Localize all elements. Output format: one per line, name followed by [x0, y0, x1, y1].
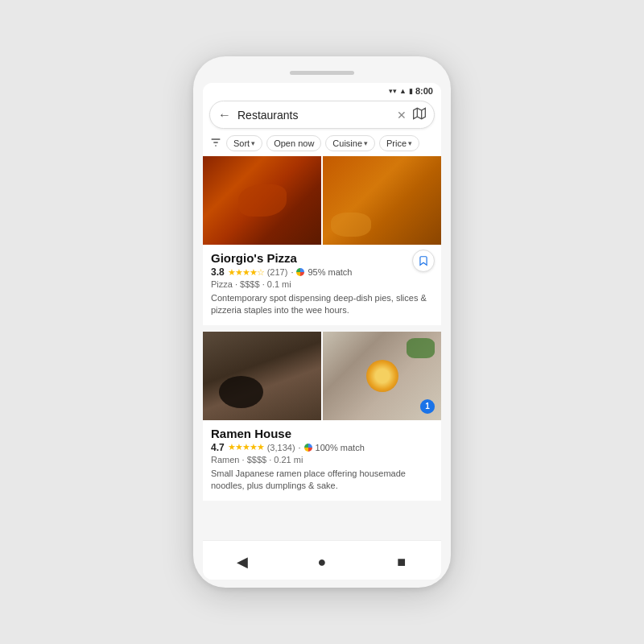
- sort-chevron: ▾: [251, 139, 255, 147]
- google-match-dot-1: [304, 444, 312, 452]
- phone-frame: ▾▾ ▲ ▮ 8:00 ← Restaurants ✕: [193, 56, 451, 588]
- restaurant-image-right-1: 1: [323, 332, 441, 420]
- match-pct-0: 95% match: [308, 267, 352, 277]
- price-1: $$$$: [247, 455, 266, 464]
- back-button[interactable]: ←: [218, 108, 231, 122]
- search-query: Restaurants: [237, 109, 397, 122]
- search-bar[interactable]: ← Restaurants ✕: [209, 101, 435, 129]
- meta-row-0: Pizza · $$$$ · 0.1 mi: [211, 279, 433, 289]
- status-icons: ▾▾ ▲ ▮ 8:00: [389, 86, 433, 96]
- rating-row-1: 4.7 ★★★★★ (3,134) · 100% match: [211, 442, 433, 453]
- restaurant-name-0: Giorgio's Pizza: [211, 251, 433, 265]
- restaurant-name-1: Ramen House: [211, 427, 433, 440]
- sort-filter-chip[interactable]: Sort ▾: [226, 135, 262, 151]
- description-1: Small Japanese ramen place offering hous…: [211, 468, 433, 493]
- stars-0: ★★★★☆: [228, 267, 264, 278]
- status-bar: ▾▾ ▲ ▮ 8:00: [203, 83, 441, 97]
- distance-0: 0.1 mi: [267, 279, 291, 289]
- svg-marker-0: [414, 108, 426, 118]
- battery-icon: ▮: [409, 87, 413, 95]
- nav-home-button[interactable]: ●: [308, 547, 336, 576]
- rating-number-1: 4.7: [211, 442, 225, 453]
- wifi-icon: ▾▾: [389, 87, 397, 95]
- nav-back-button[interactable]: ◀: [228, 547, 257, 576]
- cuisine-filter-chip[interactable]: Cuisine ▾: [325, 135, 375, 151]
- cuisine-chevron: ▾: [364, 139, 368, 147]
- clear-button[interactable]: ✕: [397, 109, 407, 122]
- price-0: $$$$: [240, 279, 259, 289]
- filter-settings-icon[interactable]: [209, 136, 222, 151]
- restaurant-image-left-0: [203, 156, 321, 245]
- map-view-button[interactable]: [413, 107, 426, 122]
- restaurant-image-left-1: [203, 332, 321, 420]
- bookmark-button-0[interactable]: [412, 250, 435, 272]
- restaurant-card-0[interactable]: Giorgio's Pizza 3.8 ★★★★☆ (217) · 95% ma…: [203, 156, 441, 325]
- match-pct-1: 100% match: [316, 443, 365, 452]
- card-body-0: Giorgio's Pizza 3.8 ★★★★☆ (217) · 95% ma…: [203, 245, 441, 325]
- stars-1: ★★★★★: [228, 442, 264, 452]
- phone-notch: [290, 71, 354, 75]
- signal-icon: ▲: [399, 87, 407, 95]
- filter-bar: Sort ▾ Open now Cuisine ▾ Price ▾: [203, 134, 441, 156]
- review-count-1: (3,134): [267, 443, 295, 452]
- price-filter-chip[interactable]: Price ▾: [379, 135, 419, 151]
- meta-row-1: Ramen · $$$$ · 0.21 mi: [211, 455, 433, 464]
- description-0: Contemporary spot dispensing deep-dish p…: [211, 292, 433, 317]
- card-images-0: [203, 156, 441, 245]
- card-images-1: 1: [203, 332, 441, 420]
- status-time: 8:00: [415, 86, 433, 96]
- cuisine-0: Pizza: [211, 279, 233, 289]
- card-body-1: Ramen House 4.7 ★★★★★ (3,134) · 100% mat…: [203, 420, 441, 501]
- cuisine-1: Ramen: [211, 455, 239, 464]
- restaurant-card-1[interactable]: 1 Ramen House 4.7 ★★★★★ (3,134) · 100% m…: [203, 332, 441, 501]
- google-match-dot-0: [296, 268, 304, 276]
- nav-recents-button[interactable]: ■: [387, 547, 416, 576]
- distance-1: 0.21 mi: [274, 455, 303, 464]
- results-scroll[interactable]: Giorgio's Pizza 3.8 ★★★★☆ (217) · 95% ma…: [203, 156, 441, 540]
- price-chevron: ▾: [408, 139, 412, 147]
- phone-screen: ▾▾ ▲ ▮ 8:00 ← Restaurants ✕: [203, 83, 441, 580]
- restaurant-image-right-0: [323, 156, 441, 245]
- rating-row-0: 3.8 ★★★★☆ (217) · 95% match: [211, 266, 433, 278]
- notification-badge-1: 1: [420, 399, 435, 414]
- rating-number-0: 3.8: [211, 266, 225, 278]
- bottom-nav: ◀ ● ■: [203, 540, 441, 580]
- open-now-filter-chip[interactable]: Open now: [266, 135, 321, 151]
- search-actions: ✕: [397, 107, 426, 122]
- review-count-0: (217): [267, 267, 288, 277]
